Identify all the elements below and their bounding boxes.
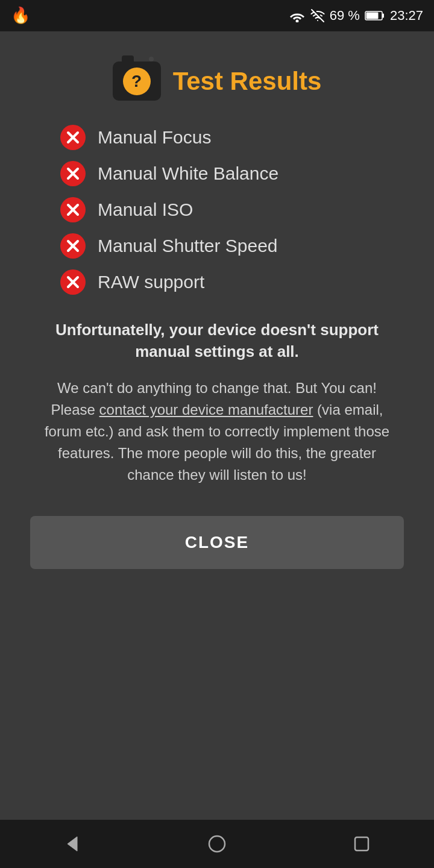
fail-icon-manual-wb: [60, 161, 86, 186]
svg-point-19: [209, 836, 225, 852]
close-button[interactable]: CLOSE: [30, 516, 404, 569]
list-item: Manual ISO: [60, 197, 410, 222]
wifi-icon: [289, 9, 306, 22]
list-item: Manual White Balance: [60, 161, 410, 186]
flame-icon: 🔥: [11, 6, 30, 25]
recents-button[interactable]: [338, 826, 386, 862]
question-mark-icon: ?: [123, 68, 151, 95]
fail-icon-manual-shutter: [60, 233, 86, 259]
battery-percent: 69 %: [330, 8, 360, 24]
battery-icon: [365, 10, 385, 21]
back-button[interactable]: [48, 826, 96, 862]
page-title: Test Results: [173, 67, 322, 96]
result-label-manual-wb: Manual White Balance: [98, 163, 278, 184]
list-item: Manual Shutter Speed: [60, 233, 410, 259]
result-label-manual-shutter: Manual Shutter Speed: [98, 236, 278, 256]
manufacturer-link[interactable]: contact your device manufacturer: [99, 401, 313, 418]
svg-rect-20: [355, 837, 368, 851]
svg-rect-2: [366, 13, 378, 19]
status-icons: 69 % 23:27: [289, 8, 423, 24]
bottom-nav: [0, 820, 434, 868]
result-list: Manual Focus Manual White Balance Ma: [24, 125, 410, 295]
app-header: ? Test Results: [113, 61, 322, 101]
signal-off-icon: [310, 8, 325, 23]
fail-icon-raw: [60, 269, 86, 295]
home-button[interactable]: [193, 826, 241, 862]
camera-icon: ?: [113, 61, 161, 101]
result-label-raw: RAW support: [98, 272, 204, 292]
svg-rect-1: [382, 14, 384, 18]
warning-message: Unfortunatelly, your device doesn't supp…: [24, 319, 410, 486]
fail-icon-manual-iso: [60, 197, 86, 222]
status-bar: 🔥 69 % 23:27: [0, 0, 434, 31]
list-item: Manual Focus: [60, 125, 410, 150]
result-label-manual-iso: Manual ISO: [98, 200, 193, 220]
fail-icon-manual-focus: [60, 125, 86, 150]
warning-body-text: We can't do anything to change that. But…: [36, 377, 398, 486]
result-label-manual-focus: Manual Focus: [98, 127, 211, 148]
svg-marker-18: [68, 837, 77, 851]
list-item: RAW support: [60, 269, 410, 295]
close-button-container: CLOSE: [24, 516, 410, 569]
warning-bold-text: Unfortunatelly, your device doesn't supp…: [36, 319, 398, 363]
status-time: 23:27: [390, 8, 423, 24]
main-content: ? Test Results Manual Focus: [0, 31, 434, 820]
